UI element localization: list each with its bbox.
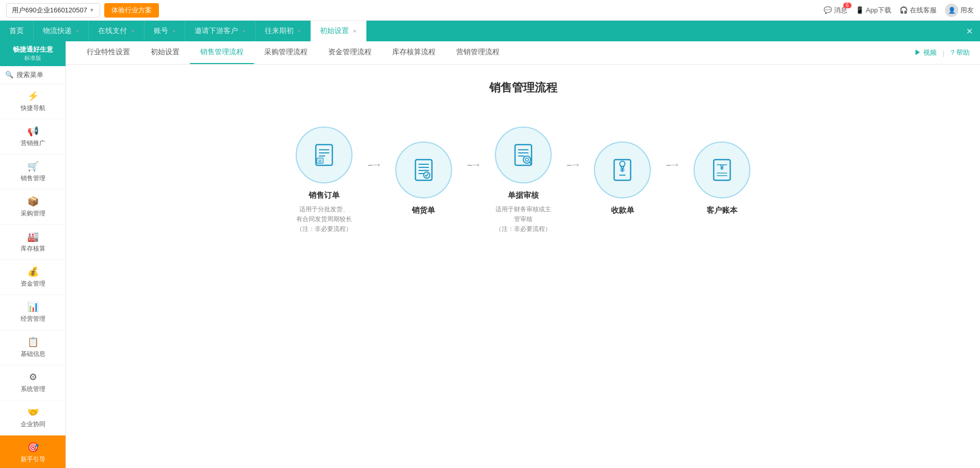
purchase-flow-label: 采购管理流程: [264, 48, 308, 56]
sidebar-item-sales-mgmt[interactable]: 🛒 销售管理: [0, 154, 66, 190]
enterprise-coop-label: 企业协同: [21, 420, 45, 429]
sidebar-item-fund-mgmt[interactable]: 💰 资金管理: [0, 260, 66, 295]
sub-tab-marketing-flow[interactable]: 营销管理流程: [446, 41, 510, 64]
user-item[interactable]: 👤 用友: [945, 4, 974, 17]
avatar: 👤: [945, 4, 958, 17]
sub-tab-industry[interactable]: 行业特性设置: [76, 41, 140, 64]
close-icon[interactable]: ×: [298, 28, 301, 34]
nav-close-all[interactable]: ✕: [959, 21, 980, 41]
payment-label: 在线支付: [98, 26, 127, 36]
video-link[interactable]: ▶ 视频: [914, 48, 937, 57]
quick-nav-label: 快捷导航: [21, 104, 45, 113]
search-label: 搜索菜单: [17, 70, 43, 80]
service-item[interactable]: 🎧 在线客服: [899, 6, 937, 15]
close-icon[interactable]: ×: [242, 28, 245, 34]
nav-tab-period[interactable]: 往来期初 ×: [255, 21, 311, 41]
home-label: 首页: [9, 26, 24, 36]
layout: 畅捷通好生意 标准版 🔍 搜索菜单 ⚡ 快捷导航 📢 营销推广 🛒 销售管理 📦…: [0, 41, 980, 468]
sidebar-item-inventory[interactable]: 🏭 库存核算: [0, 225, 66, 260]
marketing-flow-label: 营销管理流程: [456, 48, 500, 56]
flow-step-review: 单据审核 适用于财务审核或主管审核（注：非必要流程）: [482, 127, 565, 235]
page-title: 销售管理流程: [87, 80, 959, 96]
nav-tab-home[interactable]: 首页: [0, 21, 34, 41]
question-icon: ?: [951, 49, 954, 56]
sidebar: 畅捷通好生意 标准版 🔍 搜索菜单 ⚡ 快捷导航 📢 营销推广 🛒 销售管理 📦…: [0, 41, 66, 468]
megaphone-icon: 📢: [27, 126, 39, 137]
flow-step-sales-order: 销售订单 适用于分批发货、有合同发货周期较长（注：非必要流程）: [283, 127, 365, 235]
help-link[interactable]: ? 帮助: [951, 48, 970, 57]
app-download-item[interactable]: 📱 App下载: [856, 6, 891, 15]
nav-tab-invite[interactable]: 邀请下游客户 ×: [185, 21, 255, 41]
basic-info-label: 基础信息: [21, 350, 45, 358]
clipboard-icon: 📋: [27, 336, 39, 348]
app-label: App下载: [866, 6, 891, 15]
sidebar-search[interactable]: 🔍 搜索菜单: [0, 66, 66, 84]
sidebar-item-newbie-guide[interactable]: 🎯 新手引导: [0, 435, 66, 468]
ledger-circle[interactable]: ¥: [694, 142, 750, 198]
play-icon: ▶: [914, 49, 921, 56]
period-label: 往来期初: [265, 26, 294, 36]
box-icon: 📦: [27, 196, 39, 207]
sidebar-item-basic-info[interactable]: 📋 基础信息: [0, 330, 66, 365]
svg-rect-4: [317, 158, 323, 163]
sub-tab-inventory-flow[interactable]: 库存核算流程: [382, 41, 446, 64]
close-icon[interactable]: ×: [131, 28, 134, 34]
close-icon[interactable]: ×: [76, 28, 79, 34]
init-settings-label: 初始设置: [151, 48, 180, 56]
inventory-label: 库存核算: [21, 244, 45, 253]
handshake-icon: 🤝: [27, 407, 39, 418]
sys-mgmt-label: 系统管理: [21, 385, 45, 394]
service-label: 在线客服: [910, 6, 937, 15]
flow-step-delivery: 销货单: [382, 142, 465, 220]
nav-tab-payment[interactable]: 在线支付 ×: [89, 21, 144, 41]
trial-button[interactable]: 体验行业方案: [104, 3, 159, 18]
review-name: 单据审核: [508, 191, 539, 200]
sub-tab-init-settings[interactable]: 初始设置: [140, 41, 190, 64]
sidebar-item-enterprise-coop[interactable]: 🤝 企业协同: [0, 400, 66, 435]
close-icon[interactable]: ×: [172, 28, 175, 34]
sidebar-item-biz-mgmt[interactable]: 📊 经营管理: [0, 295, 66, 330]
message-icon-wrap[interactable]: 💬 6 消息: [824, 6, 847, 15]
sidebar-item-sys-mgmt[interactable]: ⚙ 系统管理: [0, 365, 66, 400]
money-icon: 💰: [27, 266, 39, 277]
user-label: 用户690企业1660120507: [12, 6, 87, 15]
arrow-4: --→: [666, 158, 679, 202]
sales-order-circle[interactable]: [296, 127, 352, 183]
sidebar-item-marketing-promo[interactable]: 📢 营销推广: [0, 119, 66, 154]
inventory-flow-label: 库存核算流程: [392, 48, 436, 56]
flow-diagram: 销售订单 适用于分批发货、有合同发货周期较长（注：非必要流程） --→: [87, 127, 959, 235]
sidebar-item-purchase-mgmt[interactable]: 📦 采购管理: [0, 190, 66, 225]
receipt-circle[interactable]: ¥: [594, 142, 651, 198]
close-icon[interactable]: ×: [353, 28, 356, 34]
sub-tab-fund-flow[interactable]: 资金管理流程: [318, 41, 382, 64]
headset-icon: 🎧: [899, 6, 908, 14]
delivery-circle[interactable]: [395, 142, 452, 198]
nav-tab-logistics[interactable]: 物流快递 ×: [34, 21, 89, 41]
logo-sub: 标准版: [24, 54, 41, 62]
sales-order-desc: 适用于分批发货、有合同发货周期较长（注：非必要流程）: [296, 205, 352, 235]
logistics-label: 物流快递: [43, 26, 72, 36]
nav-tabs: 首页 物流快递 × 在线支付 × 账号 × 邀请下游客户 × 往来期初 × 初始…: [0, 21, 980, 41]
user-selector[interactable]: 用户690企业1660120507 ▼: [6, 3, 100, 18]
app-icon: 📱: [856, 6, 864, 14]
newbie-guide-label: 新手引导: [21, 455, 45, 464]
nav-tab-init[interactable]: 初始设置 ×: [311, 21, 366, 41]
top-bar-left: 用户690企业1660120507 ▼ 体验行业方案: [6, 3, 159, 18]
sub-tab-sales-flow[interactable]: 销售管理流程: [190, 41, 254, 64]
delivery-name: 销货单: [412, 206, 435, 215]
cart-icon: 🛒: [27, 161, 39, 172]
ledger-name: 客户账本: [706, 206, 737, 215]
sub-tab-purchase-flow[interactable]: 采购管理流程: [254, 41, 318, 64]
fund-mgmt-label: 资金管理: [21, 279, 45, 288]
nav-tab-account[interactable]: 账号 ×: [144, 21, 185, 41]
main-content: 行业特性设置 初始设置 销售管理流程 采购管理流程 资金管理流程 库存核算流程 …: [66, 41, 980, 468]
invite-label: 邀请下游客户: [195, 26, 238, 36]
sidebar-logo: 畅捷通好生意 标准版: [0, 41, 66, 66]
sidebar-item-quick-nav[interactable]: ⚡ 快捷导航: [0, 84, 66, 119]
flow-step-ledger: ¥ 客户账本: [681, 142, 763, 220]
lightning-icon: ⚡: [27, 90, 39, 102]
sub-tabs-right: ▶ 视频 | ? 帮助: [914, 48, 970, 57]
top-bar: 用户690企业1660120507 ▼ 体验行业方案 💬 6 消息 📱 App下…: [0, 0, 980, 21]
sub-tabs: 行业特性设置 初始设置 销售管理流程 采购管理流程 资金管理流程 库存核算流程 …: [66, 41, 980, 65]
review-circle[interactable]: [495, 127, 552, 183]
